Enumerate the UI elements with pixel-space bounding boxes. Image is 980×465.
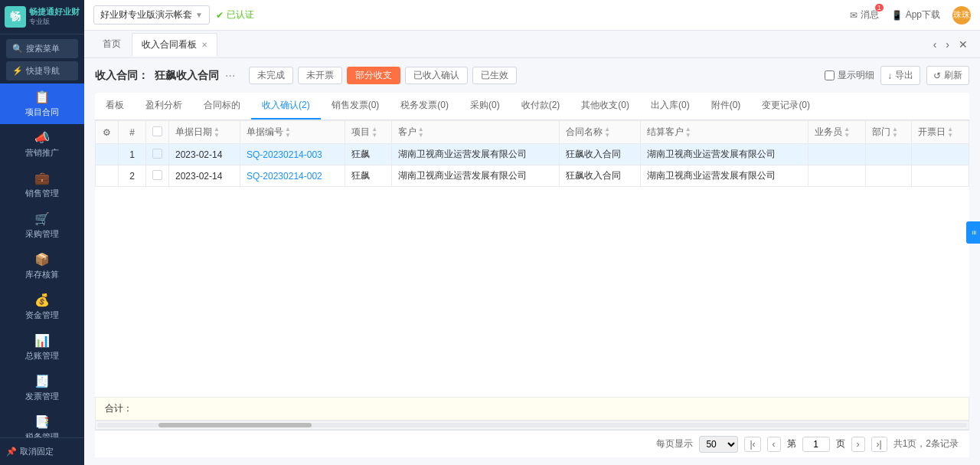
last-page-button[interactable]: ›| [871,437,887,452]
per-page-select[interactable]: 50 100 200 [699,436,738,453]
table-footer: 合计： [95,397,969,421]
status-tag-incomplete[interactable]: 未完成 [249,67,293,84]
message-badge: 1 [875,4,884,11]
cell-check[interactable] [146,165,169,187]
sub-tab-purchase[interactable]: 采购(0) [459,93,511,120]
more-options-icon[interactable]: ··· [225,69,235,83]
code-link[interactable]: SQ-20230214-002 [247,171,322,182]
search-menu-button[interactable]: 🔍 搜索菜单 [6,39,78,58]
app-download-button[interactable]: 📱 App下载 [891,8,940,21]
show-detail-input[interactable] [825,70,835,80]
status-tag-partial[interactable]: 部分收支 [347,67,400,84]
sidebar-item-purchase[interactable]: 🛒 采购管理 [0,205,84,246]
sub-tab-board[interactable]: 看板 [95,93,135,120]
col-dept[interactable]: 部门 ▲▼ [865,121,911,144]
sidebar-item-label: 总账管理 [25,350,59,362]
scrollbar-track[interactable] [97,423,967,427]
export-button[interactable]: ↓ 导出 [880,66,920,85]
table-container: ⚙ # 单据日期 ▲▼ [95,120,969,430]
cell-code[interactable]: SQ-20230214-002 [240,165,345,187]
sub-tab-tax-invoice[interactable]: 税务发票(0) [390,93,459,120]
sidebar-item-invoices[interactable]: 🧾 发票管理 [0,368,84,408]
tab-contract-board[interactable]: 收入合同看板 ✕ [132,33,217,56]
table-row[interactable]: 1 2023-02-14 SQ-20230214-003 狂飙 湖南卫视商业运营… [96,144,969,165]
sidebar-bottom: 📌 取消固定 [0,437,84,465]
cell-code[interactable]: SQ-20230214-003 [240,144,345,165]
page-header-actions: 显示明细 ↓ 导出 ↺ 刷新 [825,66,969,85]
sidebar-item-marketing[interactable]: 📣 营销推广 [0,124,84,165]
col-num: # [119,121,146,144]
message-button[interactable]: ✉ 1 消息 [850,8,879,21]
sidebar-item-inventory[interactable]: 📦 库存核算 [0,246,84,287]
sidebar-item-contracts[interactable]: 📋 项目合同 [0,84,84,124]
code-link[interactable]: SQ-20230214-003 [247,149,322,160]
col-contract[interactable]: 合同名称 ▲▼ [560,121,641,144]
sidebar-bottom-item[interactable]: 📌 取消固定 [6,443,78,460]
page-input[interactable] [802,437,830,452]
quick-nav-button[interactable]: ⚡ 快捷导航 [6,61,78,80]
sub-tabs: 看板 盈利分析 合同标的 收入确认(2) 销售发票(0) 税务发票(0) 采购(… [95,93,969,120]
col-end-customer[interactable]: 结算客户 ▲▼ [640,121,808,144]
cell-contract: 狂飙收入合同 [560,165,641,187]
sub-tab-profit[interactable]: 盈利分析 [135,93,193,120]
sidebar-item-label: 销售管理 [25,188,59,199]
sidebar-nav: 📋 项目合同 📣 营销推广 💼 销售管理 🛒 采购管理 📦 库存核算 💰 资金管… [0,84,84,437]
status-tag-uninvoiced[interactable]: 未开票 [298,67,342,84]
col-check-all[interactable] [146,121,169,144]
sub-tab-payment[interactable]: 收付款(2) [511,93,571,120]
user-avatar[interactable]: 珠珠 [952,6,971,25]
dropdown-arrow-icon: ▼ [195,11,203,19]
horizontal-scrollbar[interactable] [95,421,969,430]
right-expand-button[interactable]: ≡ [966,221,980,244]
status-tag-confirmed[interactable]: 已收入确认 [405,67,468,84]
prev-page-button[interactable]: ‹ [767,437,781,452]
sub-tab-subject[interactable]: 合同标的 [193,93,251,120]
sidebar-item-label: 资金管理 [25,309,59,321]
sub-tab-income-confirm[interactable]: 收入确认(2) [251,93,321,120]
col-open-date[interactable]: 开票日 ▲▼ [912,121,969,144]
col-salesperson[interactable]: 业务员 ▲▼ [808,121,866,144]
status-tag-effective[interactable]: 已生效 [472,67,517,84]
tab-close-all-button[interactable]: ✕ [956,37,971,52]
refresh-button[interactable]: ↺ 刷新 [926,66,969,85]
show-detail-checkbox[interactable]: 显示明细 [825,69,874,82]
tab-next-button[interactable]: › [942,37,952,52]
sidebar-item-funds[interactable]: 💰 资金管理 [0,287,84,327]
app-sub: 专业版 [29,17,80,27]
first-page-button[interactable]: |‹ [744,437,760,452]
col-project[interactable]: 项目 ▲▼ [345,121,391,144]
tab-prev-button[interactable]: ‹ [930,37,940,52]
sort-icon: ▲▼ [371,126,377,139]
table-wrap[interactable]: ⚙ # 单据日期 ▲▼ [95,120,969,397]
message-icon: ✉ [850,10,858,21]
cell-dept [865,144,911,165]
sidebar-item-tax[interactable]: 📑 税务管理 [0,408,84,437]
refresh-icon: ↺ [933,70,941,81]
sub-tab-other[interactable]: 其他收支(0) [570,93,640,120]
next-page-button[interactable]: › [851,437,865,452]
sub-tab-sales-invoice[interactable]: 销售发票(0) [321,93,390,120]
sub-tab-attachment[interactable]: 附件(0) [701,93,752,120]
col-customer[interactable]: 客户 ▲▼ [391,121,559,144]
logo-area: 畅 畅捷通好业财 专业版 [0,0,84,34]
col-date[interactable]: 单据日期 ▲▼ [169,121,240,144]
sort-icon: ▲▼ [418,126,424,139]
cell-salesperson [808,165,866,187]
scrollbar-thumb[interactable] [158,423,312,427]
sub-tab-change-log[interactable]: 变更记录(0) [751,93,821,120]
tab-home[interactable]: 首页 [93,33,130,55]
sidebar-item-accounts[interactable]: 📊 总账管理 [0,327,84,368]
cell-end-customer: 湖南卫视商业运营发展有限公司 [640,165,808,187]
sub-tab-warehouse[interactable]: 出入库(0) [640,93,701,120]
sort-icon: ▲▼ [844,126,850,139]
col-settings[interactable]: ⚙ [96,121,119,144]
table-row[interactable]: 2 2023-02-14 SQ-20230214-002 狂飙 湖南卫视商业运营… [96,165,969,187]
col-code[interactable]: 单据编号 ▲▼ [240,121,345,144]
check-all-checkbox[interactable] [152,126,162,136]
company-selector[interactable]: 好业财专业版演示帐套 ▼ [93,5,210,25]
sidebar-item-sales[interactable]: 💼 销售管理 [0,165,84,205]
sidebar-item-label: 税务管理 [25,431,59,437]
sidebar-item-label: 发票管理 [25,391,59,402]
tab-close-icon[interactable]: ✕ [201,41,207,49]
cell-check[interactable] [146,144,169,165]
